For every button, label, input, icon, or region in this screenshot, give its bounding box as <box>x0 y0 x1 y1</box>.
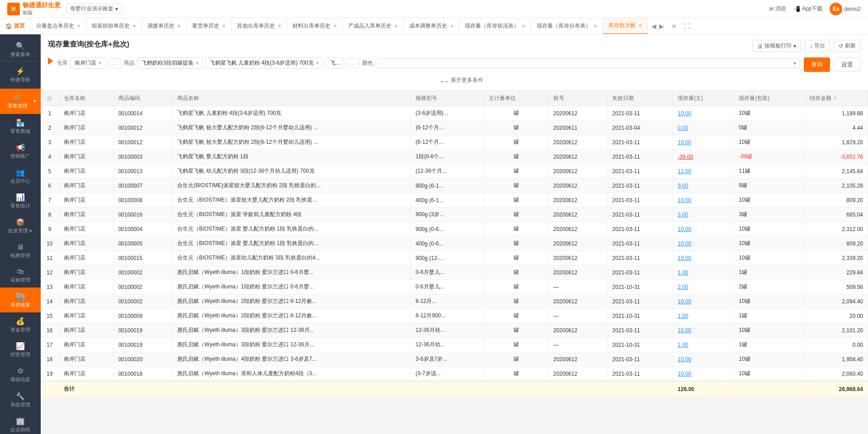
sidebar-item-retail-stats[interactable]: 📊 零售统计 <box>0 189 41 213</box>
tab-close-qita[interactable]: ✕ <box>278 24 281 28</box>
cell-stock-pack: 10罐 <box>734 294 805 309</box>
nav-prev-arrow[interactable]: ◀ <box>651 22 657 31</box>
tab-qita[interactable]: 其他出库单历史 ✕ <box>231 18 287 34</box>
query-btn[interactable]: 查询 <box>804 57 830 72</box>
nav-next-arrow[interactable]: ▶ <box>658 22 665 31</box>
cell-stock-main[interactable]: -39.00 <box>673 150 734 164</box>
color-select[interactable]: ▾ <box>376 58 800 68</box>
cell-stock-main[interactable]: 10.00 <box>673 294 734 309</box>
cell-stock-main[interactable]: 9.00 <box>673 179 734 193</box>
sidebar-item-enterprise[interactable]: 🏢 企业协同 <box>0 412 41 434</box>
cell-balance: 2,312.00 <box>805 222 868 236</box>
cell-balance: 1,829.20 <box>805 135 868 150</box>
tab-cailiao[interactable]: 材料出库单历史 ✕ <box>287 18 343 34</box>
cell-stock-main[interactable]: 2.00 <box>673 280 734 294</box>
warehouse-more-btn[interactable]: ... <box>108 58 121 68</box>
tab-fenpan[interactable]: 分量盘点单历史 ✕ <box>31 18 86 34</box>
tab-close-xianzai1[interactable]: ✕ <box>522 24 525 28</box>
tab-close-cailiao[interactable]: ✕ <box>333 24 337 28</box>
cell-stock-main[interactable]: 11.00 <box>673 164 734 179</box>
cell-no: 6 <box>41 179 59 193</box>
sidebar-item-basic[interactable]: ⚙ 基础信息 <box>0 362 41 387</box>
cell-stock-main[interactable]: 10.00 <box>673 236 734 251</box>
cell-stock-main[interactable]: 10.00 <box>673 106 734 121</box>
tab-close-yaohuo[interactable]: ✕ <box>222 24 226 28</box>
product-tag-1[interactable]: 飞鹤奶粉3段四罐提装 ✕ <box>137 57 203 69</box>
filter-expand-arrow[interactable] <box>48 57 53 65</box>
sidebar-item-marketing[interactable]: 📢 营销推广 <box>0 139 41 164</box>
product-tag-more[interactable]: 飞... <box>326 57 344 69</box>
sidebar-item-search[interactable]: 🔍 搜索菜单 <box>0 38 41 61</box>
export-btn[interactable]: ↓ 导出 <box>805 40 830 52</box>
cell-stock-main[interactable]: 10.00 <box>673 367 734 382</box>
warehouse-filter-tag[interactable]: 南岸门店 ✕ <box>71 57 106 69</box>
cell-stock-main[interactable]: 1.00 <box>673 309 734 323</box>
sidebar-item-batch[interactable]: 📦 批发管理 ▼ <box>0 213 41 238</box>
nav-expand-icon[interactable]: ⛶ <box>680 23 694 30</box>
product-tag-2-close[interactable]: ✕ <box>316 61 319 66</box>
cell-stock-main[interactable]: 1.00 <box>673 265 734 280</box>
cell-stock-main[interactable]: 10.00 <box>673 193 734 208</box>
cell-stock-main[interactable]: 1.00 <box>673 338 734 352</box>
column-settings-icon[interactable]: ⚙ <box>47 95 52 102</box>
cell-name: 合生元（BIOSTIME）派星较大婴儿配方奶粉 2段 乳铁蛋... <box>173 193 411 208</box>
sidebar-item-business[interactable]: 📈 经营管理 <box>0 337 41 362</box>
sidebar-item-purchase[interactable]: 🛍 采购管理 <box>0 263 41 288</box>
tab-chengben[interactable]: 成本调整单历史 ✕ <box>404 18 459 34</box>
balance-info-icon[interactable]: ℹ <box>834 95 836 101</box>
cell-no: 16 <box>41 323 59 338</box>
tab-close-chengben[interactable]: ✕ <box>450 24 453 28</box>
industry-select[interactable]: 母婴行业演示账套 ▾ <box>66 4 122 14</box>
message-btn[interactable]: ✉ 消息 <box>769 5 786 13</box>
sidebar-item-inventory[interactable]: 🏬 库存核算 <box>0 288 41 312</box>
product-tag-2[interactable]: 飞鹤星飞帆 儿童奶粉 4段(3-6岁适用) 700克 ✕ <box>206 57 323 69</box>
cell-stock-main[interactable]: 10.00 <box>673 251 734 265</box>
tab-yaohuo[interactable]: 要货单历史 ✕ <box>187 18 231 34</box>
cell-stock-main[interactable]: 3.00 <box>673 208 734 222</box>
tab-tiaobo[interactable]: 调拨单历史 ✕ <box>142 18 187 34</box>
tab-close-fenpan[interactable]: ✕ <box>77 24 80 28</box>
cell-stock-main[interactable]: 10.00 <box>673 323 734 338</box>
cell-unit: 罐 <box>484 338 548 352</box>
tab-close-chengpin[interactable]: ✕ <box>394 24 398 28</box>
sidebar-item-member[interactable]: 👥 会员中心 <box>0 164 41 189</box>
refresh-btn[interactable]: ↺ 刷新 <box>834 40 861 52</box>
cell-code: 00100002 <box>113 294 173 309</box>
user-area[interactable]: Ea demo2 <box>830 3 861 15</box>
table-row: 15 南岸门店 00100009 惠氏启赋（Wyeth illuma）2段奶粉 … <box>41 309 868 323</box>
sidebar-item-retail-shop[interactable]: 🏪 零售商城 <box>0 114 41 139</box>
sidebar-item-shortcut[interactable]: ⚡ 快捷导航 <box>0 63 41 87</box>
cell-stock-main[interactable]: 10.00 <box>673 135 734 150</box>
table-row: 14 南岸门店 00100002 惠氏启赋（Wyeth illuma）2段奶粉 … <box>41 294 868 309</box>
product-tag-1-close[interactable]: ✕ <box>195 61 199 66</box>
tab-xianzai2[interactable]: 现存量（库存分布表） ✕ <box>531 18 603 34</box>
warehouse-tag-close[interactable]: ✕ <box>98 61 102 66</box>
sidebar-item-retail[interactable]: 🛒 零售管理 ▼ <box>0 89 41 113</box>
tab-close-pipici[interactable]: ✕ <box>638 23 642 28</box>
tab-xianzai1[interactable]: 现存量（库存状况表） ✕ <box>459 18 531 34</box>
cell-stock-main[interactable]: 10.00 <box>673 352 734 367</box>
sidebar-item-finance[interactable]: 💰 资金管理 <box>0 312 41 337</box>
sidebar-item-system[interactable]: 🔧 系统管理 <box>0 387 41 412</box>
sidebar-item-ecommerce[interactable]: 🖥 电商管理 <box>0 239 41 263</box>
product-more-btn[interactable]: ... <box>347 58 359 68</box>
top-bar: 好 畅捷通好生意 标版 母婴行业演示账套 ▾ ✉ 消息 📲 App下载 Ea d… <box>0 0 868 18</box>
tab-close-zuhe[interactable]: ✕ <box>132 24 136 28</box>
tab-zuhe[interactable]: 组装拆卸单历史 ✕ <box>86 18 142 34</box>
settings-btn[interactable]: 设置 <box>834 57 861 72</box>
cell-stock-main[interactable]: 10.00 <box>673 222 734 236</box>
expand-more-btn[interactable]: ⌄⌄ 展开更多条件 <box>440 74 483 87</box>
tab-close-tiaobo[interactable]: ✕ <box>177 24 181 28</box>
template-print-btn[interactable]: 🖨 按模板打印 ▾ <box>752 40 801 52</box>
tab-home[interactable]: 🏠 首页 <box>0 18 31 34</box>
nav-close-all[interactable]: ✕ <box>668 23 680 30</box>
tab-chengpin[interactable]: 产成品入库单历史 ✕ <box>343 18 404 34</box>
tab-close-xianzai2[interactable]: ✕ <box>594 24 597 28</box>
cell-no: 2 <box>41 121 59 135</box>
warehouse-label: 仓库 <box>57 59 68 67</box>
cell-batch: 20200612 <box>548 208 608 222</box>
app-download-btn[interactable]: 📲 App下载 <box>793 5 822 13</box>
tab-pipici[interactable]: 库存批次账 ✕ <box>603 18 648 34</box>
cell-stock-main[interactable]: 0.00 <box>673 121 734 135</box>
cell-code: 00100008 <box>113 193 173 208</box>
